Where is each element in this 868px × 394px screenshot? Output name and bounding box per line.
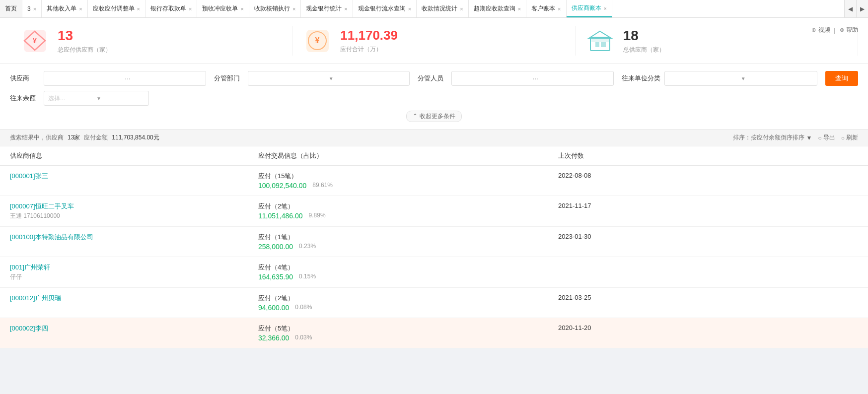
sort-button[interactable]: 排序：按应付余额倒序排序 ▼ xyxy=(733,133,812,142)
refresh-icon: ○ xyxy=(841,134,845,141)
tx-amount-5[interactable]: 32,366.00 xyxy=(258,334,289,342)
summary-card-payable-suppliers: ¥ 13 总应付供应商（家） xyxy=(10,26,292,56)
tx-amount-1[interactable]: 11,051,486.00 xyxy=(258,212,303,220)
nav-bank-deposit[interactable]: 银行存取款单 × xyxy=(145,0,197,17)
person-dots-icon: ··· xyxy=(532,74,609,82)
balance-dropdown-icon: ▼ xyxy=(96,96,145,101)
close-other-income-icon[interactable]: × xyxy=(79,6,82,12)
help-links: ⊙ 视频 | ⊙ 帮助 xyxy=(811,26,858,34)
svg-rect-10 xyxy=(591,39,609,42)
payable-suppliers-number: 13 xyxy=(58,27,282,44)
tx-info-5: 应付（5笔） 32,366.00 0.03% xyxy=(258,324,558,342)
close-supplier-ledger-icon[interactable]: × xyxy=(604,5,607,11)
supplier-link-5[interactable]: [000002]李四 xyxy=(10,325,48,332)
nav-arrows: ◀ ▶ xyxy=(844,0,868,18)
table-row: [000002]李四 应付（5笔） 32,366.00 0.03% 2020-1… xyxy=(0,318,868,348)
payable-total-icon: ¥ xyxy=(302,26,332,56)
nav-receipt-verify[interactable]: 收款核销执行 × xyxy=(249,0,301,17)
filter-supplier: 供应商 ··· xyxy=(10,71,206,86)
tx-info-3: 应付（4笔） 164,635.90 0.15% xyxy=(258,263,558,281)
payable-suppliers-content: 13 总应付供应商（家） xyxy=(58,27,282,55)
supplier-link-4[interactable]: [000012]广州贝瑞 xyxy=(10,294,61,302)
video-link[interactable]: ⊙ 视频 xyxy=(811,26,830,34)
close-ar-ap-adjust-icon[interactable]: × xyxy=(137,6,140,12)
export-button[interactable]: ○ 导出 xyxy=(818,133,835,142)
close-prepay-ar-icon[interactable]: × xyxy=(240,6,243,12)
person-input[interactable]: ··· xyxy=(451,71,614,86)
supplier-input[interactable]: ··· xyxy=(44,71,206,86)
close-tab3-icon[interactable]: × xyxy=(33,6,36,12)
total-suppliers-icon xyxy=(585,26,615,56)
help-link[interactable]: ⊙ 帮助 xyxy=(840,26,858,34)
tx-label-0: 应付（15笔） xyxy=(258,172,558,181)
tx-amount-0[interactable]: 100,092,540.00 xyxy=(258,182,306,190)
nav-supplier-ledger[interactable]: 供应商账本 × xyxy=(567,0,612,17)
tx-amount-2[interactable]: 258,000.00 xyxy=(258,243,293,251)
nav-left-arrow[interactable]: ◀ xyxy=(844,0,856,18)
category-input[interactable]: ▼ xyxy=(664,71,818,86)
filter-row-2: 往来余额 选择... ▼ xyxy=(10,91,858,106)
filter-category: 往来单位分类 ▼ xyxy=(622,71,818,86)
lastpay-0: 2022-08-08 xyxy=(558,172,858,179)
result-amount-prefix: 应付金额 xyxy=(84,133,108,142)
filter-section: 供应商 ··· 分管部门 ▼ 分管人员 ··· xyxy=(0,64,868,130)
supplier-link-3[interactable]: [001]广州荣轩 xyxy=(10,263,50,271)
close-cash-bank-flow-icon[interactable]: × xyxy=(408,6,411,12)
refresh-button[interactable]: ○ 刷新 xyxy=(841,133,858,142)
tx-percent-4: 0.08% xyxy=(295,304,312,311)
table-row: [000007]恒旺二手叉车 王通 17106110000 应付（2笔） 11,… xyxy=(0,196,868,227)
supplier-link-1[interactable]: [000007]恒旺二手叉车 xyxy=(10,202,74,210)
lastpay-4: 2021-03-25 xyxy=(558,294,858,301)
nav-receipt-stat[interactable]: 收款情况统计 × xyxy=(417,0,468,17)
result-prefix: 搜索结果中，供应商 xyxy=(10,133,64,142)
table-body: [000001]张三 应付（15笔） 100,092,540.00 89.61%… xyxy=(0,166,868,348)
supplier-info-2: [000100]本特勤油品有限公司 xyxy=(10,233,258,242)
tx-amount-3[interactable]: 164,635.90 xyxy=(258,273,293,281)
query-button[interactable]: 查询 xyxy=(825,71,858,86)
svg-rect-8 xyxy=(595,42,599,47)
tx-label-2: 应付（1笔） xyxy=(258,233,558,242)
nav-cash-bank-flow[interactable]: 现金银行流水查询 × xyxy=(353,0,417,17)
filter-dept: 分管部门 ▼ xyxy=(214,71,410,86)
filter-balance: 往来余额 选择... ▼ xyxy=(10,91,149,106)
lastpay-2: 2023-01-30 xyxy=(558,233,858,240)
filter-row-1: 供应商 ··· 分管部门 ▼ 分管人员 ··· xyxy=(10,71,858,86)
svg-text:¥: ¥ xyxy=(33,37,37,45)
col-header-tx: 应付交易信息（占比） xyxy=(258,151,558,160)
lastpay-1: 2021-11-17 xyxy=(558,202,858,209)
nav-prepay-ar[interactable]: 预收冲应收单 × xyxy=(197,0,249,17)
tx-percent-1: 9.89% xyxy=(309,212,326,219)
tx-amount-4[interactable]: 94,600.00 xyxy=(258,304,289,312)
close-receipt-stat-icon[interactable]: × xyxy=(460,6,463,12)
balance-input[interactable]: 选择... ▼ xyxy=(44,91,149,106)
export-label: 导出 xyxy=(823,133,835,142)
svg-text:¥: ¥ xyxy=(315,36,319,45)
tx-percent-2: 0.23% xyxy=(299,243,316,250)
nav-ar-ap-adjust[interactable]: 应收应付调整单 × xyxy=(88,0,145,17)
nav-cash-bank-stat[interactable]: 现金银行统计 × xyxy=(301,0,353,17)
close-customer-ledger-icon[interactable]: × xyxy=(558,6,561,12)
col-header-lastpay: 上次付数 xyxy=(558,151,858,160)
nav-customer-ledger[interactable]: 客户账本 × xyxy=(526,0,566,17)
dept-input[interactable]: ▼ xyxy=(248,71,410,86)
tx-percent-0: 89.61% xyxy=(312,182,333,189)
close-overdue-ar-icon[interactable]: × xyxy=(518,6,521,12)
supplier-link-0[interactable]: [000001]张三 xyxy=(10,172,48,180)
nav-other-income[interactable]: 其他收入单 × xyxy=(42,0,87,17)
close-bank-deposit-icon[interactable]: × xyxy=(189,6,192,12)
result-info: 搜索结果中，供应商 13家 应付金额 111,703,854.00元 xyxy=(10,133,159,142)
summary-card-payable-total: ¥ 11,170.39 应付合计（万） xyxy=(292,26,575,56)
filter-supplier-label: 供应商 xyxy=(10,74,40,83)
result-amount: 111,703,854.00元 xyxy=(112,133,159,142)
refresh-label: 刷新 xyxy=(846,133,858,142)
collapse-button[interactable]: ⌃ 收起更多条件 xyxy=(406,111,461,122)
table-row: [001]广州荣轩 仔仔 应付（4笔） 164,635.90 0.15% xyxy=(0,257,868,288)
nav-overdue-ar[interactable]: 超期应收款查询 × xyxy=(469,0,526,17)
supplier-link-2[interactable]: [000100]本特勤油品有限公司 xyxy=(10,233,93,241)
close-cash-bank-stat-icon[interactable]: × xyxy=(344,6,347,12)
close-receipt-verify-icon[interactable]: × xyxy=(292,6,295,12)
nav-home[interactable]: 首页 xyxy=(0,0,22,17)
total-suppliers-label: 总供应商（家） xyxy=(623,46,848,54)
nav-tab3[interactable]: 3 × xyxy=(22,0,42,17)
nav-right-arrow[interactable]: ▶ xyxy=(856,0,868,18)
